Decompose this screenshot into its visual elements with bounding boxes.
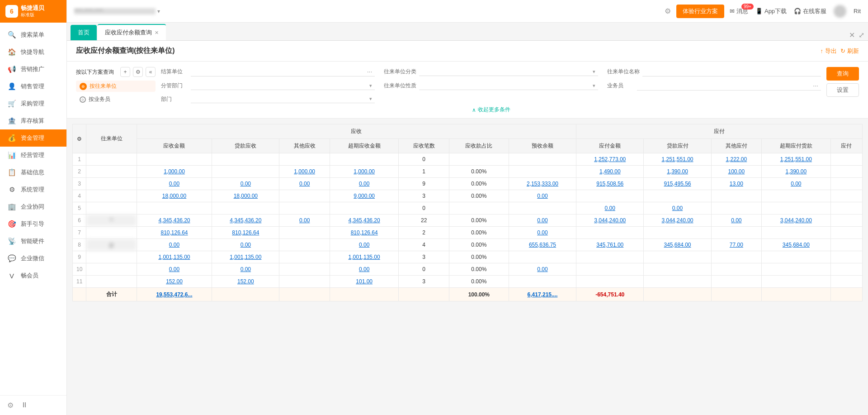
row-recv-amt[interactable]: 0.00 [137, 263, 212, 276]
row-prepay[interactable]: 655,636.75 [509, 239, 576, 251]
row-pay-other[interactable]: 77.00 [711, 239, 761, 251]
row-recv-amt[interactable]: 1,001,135.00 [137, 251, 212, 263]
row-recv-amt[interactable]: 4,345,436.20 [137, 215, 212, 227]
solution-button[interactable]: 体验行业方案 [676, 5, 724, 18]
row-recv-loan[interactable]: 18,000.00 [212, 190, 279, 202]
row-pay-loan[interactable]: 0.00 [644, 202, 711, 215]
sidebar-item-sales[interactable]: 👤 销售管理 [0, 78, 66, 95]
row-prepay[interactable]: 2,153,333.00 [509, 178, 576, 190]
row-recv-overdue[interactable]: 1,000.00 [330, 166, 399, 178]
gear-icon[interactable]: ⚙ [665, 7, 671, 15]
row-recv-overdue[interactable]: 101.00 [330, 276, 399, 288]
row-recv-amt[interactable]: 810,126.64 [137, 227, 212, 239]
sidebar-item-operation[interactable]: 📊 经营管理 [0, 147, 66, 164]
row-recv-amt[interactable]: 0.00 [137, 239, 212, 251]
online-service-button[interactable]: 🎧 在线客服 [794, 7, 826, 15]
sidebar-item-purchase[interactable]: 🛒 采购管理 [0, 95, 66, 112]
row-recv-overdue[interactable]: 0.00 [330, 263, 399, 276]
table-settings-header[interactable]: ⚙ [73, 124, 86, 153]
row-pay-other[interactable]: 13.00 [711, 178, 761, 190]
row-recv-overdue[interactable]: 9,000.00 [330, 190, 399, 202]
row-recv-loan[interactable]: 0.00 [212, 263, 279, 276]
row-prepay[interactable]: 0.00 [509, 227, 576, 239]
unit-dept-select[interactable]: ▾ [191, 95, 375, 103]
row-pay-loan[interactable]: 915,495.56 [644, 178, 711, 190]
row-recv-amt[interactable]: 1,000.00 [137, 166, 212, 178]
pause-icon[interactable]: ⏸ [21, 401, 28, 410]
sidebar-item-finance[interactable]: 💰 资金管理 [0, 129, 66, 147]
row-recv-amt[interactable]: 18,000.00 [137, 190, 212, 202]
row-pay-overdue[interactable]: 1,390.00 [762, 166, 831, 178]
row-recv-loan[interactable]: 4,345,436.20 [212, 215, 279, 227]
footer-prepay[interactable]: 6,417,215.... [509, 288, 576, 301]
row-recv-loan[interactable]: 810,126.64 [212, 227, 279, 239]
sidebar-item-system[interactable]: ⚙ 系统管理 [0, 181, 66, 198]
add-scheme-button[interactable]: + [120, 67, 130, 77]
sidebar-item-marketing[interactable]: 📢 营销推广 [0, 61, 66, 78]
partner-category-select[interactable]: ▾ [419, 68, 598, 76]
settlement-dots-icon[interactable]: ··· [367, 68, 373, 75]
row-pay-overdue[interactable]: 0.00 [762, 178, 831, 190]
query-button[interactable]: 查询 [826, 67, 859, 81]
row-recv-overdue[interactable]: 1,001,135.00 [330, 251, 399, 263]
row-pay-loan[interactable]: 345,684.00 [644, 239, 711, 251]
settlement-input[interactable]: ··· [191, 67, 375, 76]
settings-icon[interactable]: ⚙ [7, 401, 14, 410]
export-button[interactable]: ↑ 导出 [821, 47, 837, 55]
sidebar-item-quick[interactable]: 🏠 快捷导航 [0, 43, 66, 61]
tab-close-icon[interactable]: ✕ [155, 30, 159, 36]
dept-select[interactable]: ▾ [191, 82, 375, 90]
settings-scheme-button[interactable]: ⚙ [133, 67, 143, 77]
sidebar-item-wechat[interactable]: 💬 企业微信 [0, 250, 66, 267]
collapse-filter-button[interactable]: ∧ 收起更多条件 [161, 103, 821, 116]
row-pay-amt[interactable]: 915,508.56 [576, 178, 644, 190]
close-window-icon[interactable]: ✕ [849, 31, 855, 39]
salesperson-input[interactable]: ··· [637, 81, 821, 91]
sidebar-item-hardware[interactable]: 📡 智能硬件 [0, 233, 66, 250]
row-pay-other[interactable]: 100.00 [711, 166, 761, 178]
breadcrumb-dropdown-icon[interactable]: ▾ [157, 8, 160, 14]
row-prepay[interactable]: 0.00 [509, 190, 576, 202]
row-recv-loan[interactable]: 0.00 [212, 239, 279, 251]
row-prepay[interactable]: 0.00 [509, 263, 576, 276]
row-recv-amt[interactable]: 0.00 [137, 178, 212, 190]
row-recv-amt[interactable]: 152.00 [137, 276, 212, 288]
row-pay-amt[interactable]: 345,761.00 [576, 239, 644, 251]
row-recv-other[interactable]: 0.00 [279, 178, 330, 190]
sidebar-item-inventory[interactable]: 🏦 库存核算 [0, 112, 66, 129]
row-pay-loan[interactable]: 1,251,551.00 [644, 153, 711, 166]
sidebar-item-guide[interactable]: 🎯 新手引导 [0, 215, 66, 233]
footer-recv-amt[interactable]: 19,553,472,6... [137, 288, 212, 301]
row-prepay[interactable]: 0.00 [509, 215, 576, 227]
row-pay-amt[interactable]: 3,044,240.00 [576, 215, 644, 227]
row-pay-overdue[interactable]: 3,044,240.00 [762, 215, 831, 227]
partner-nature-select[interactable]: ▾ [419, 82, 598, 90]
row-recv-overdue[interactable]: 0.00 [330, 178, 399, 190]
tab-home[interactable]: 首页 [71, 25, 97, 40]
message-button[interactable]: ✉ 消息 99+ [730, 7, 748, 15]
scheme-by-partner[interactable]: ⊕ 按往来单位 [76, 81, 156, 92]
row-pay-loan[interactable]: 3,044,240.00 [644, 215, 711, 227]
row-pay-loan[interactable]: 1,390.00 [644, 166, 711, 178]
scheme-by-salesperson[interactable]: ○ 按业务员 [76, 94, 156, 105]
row-recv-loan[interactable]: 152.00 [212, 276, 279, 288]
partner-name-input[interactable] [642, 67, 821, 76]
sidebar-item-search[interactable]: 🔍 搜索菜单 [0, 26, 66, 43]
row-recv-overdue[interactable]: 0.00 [330, 239, 399, 251]
maximize-window-icon[interactable]: ⤢ [859, 31, 864, 39]
collapse-scheme-button[interactable]: « [146, 67, 156, 77]
row-pay-other[interactable]: 1,222.00 [711, 153, 761, 166]
row-recv-loan[interactable]: 0.00 [212, 178, 279, 190]
row-pay-amt[interactable]: 1,490.00 [576, 166, 644, 178]
row-recv-other[interactable]: 0.00 [279, 215, 330, 227]
row-pay-overdue[interactable]: 1,251,551.00 [762, 153, 831, 166]
sidebar-item-vip[interactable]: V 畅会员 [0, 267, 66, 284]
row-recv-overdue[interactable]: 810,126.64 [330, 227, 399, 239]
row-pay-other[interactable]: 0.00 [711, 215, 761, 227]
tab-balance[interactable]: 应收应付余额查询 ✕ [98, 24, 166, 40]
sidebar-item-enterprise[interactable]: 🏢 企业协同 [0, 198, 66, 215]
row-pay-amt[interactable]: 0.00 [576, 202, 644, 215]
settings-button[interactable]: 设置 [826, 83, 859, 97]
sidebar-item-basic[interactable]: 📋 基础信息 [0, 164, 66, 181]
salesperson-dots-icon[interactable]: ··· [813, 82, 818, 89]
